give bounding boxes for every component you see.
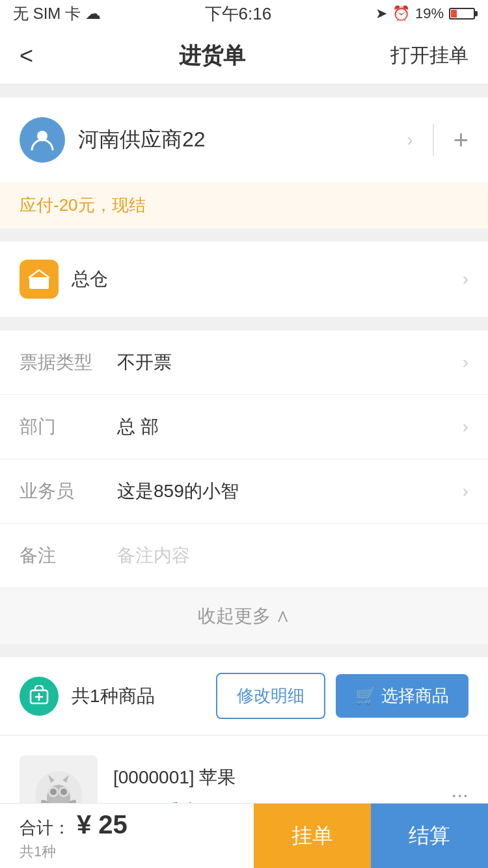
department-row[interactable]: 部门 总 部 › xyxy=(0,395,488,459)
salesperson-row[interactable]: 业务员 这是859的小智 › xyxy=(0,459,488,524)
warehouse-icon xyxy=(20,260,59,299)
salesperson-label: 业务员 xyxy=(20,479,117,504)
back-button[interactable]: < xyxy=(20,42,33,70)
total-label: 合计： xyxy=(20,817,70,839)
product-header: 共1种商品 修改明细 🛒 选择商品 xyxy=(0,657,488,735)
svg-point-7 xyxy=(50,789,57,795)
status-left: 无 SIM 卡 ☁ xyxy=(13,3,101,24)
form-section: 票据类型 不开票 › 部门 总 部 › 业务员 这是859的小智 › 备注 备注… xyxy=(0,331,488,588)
invoice-type-value: 不开票 xyxy=(117,350,463,375)
supplier-row[interactable]: 河南供应商22 › + xyxy=(0,98,488,182)
product-title: 苹果 xyxy=(199,767,236,787)
svg-point-8 xyxy=(61,789,67,795)
product-code: [0000001] xyxy=(113,767,195,787)
alarm-icon: ⏰ xyxy=(392,5,410,22)
supplier-divider xyxy=(433,124,434,156)
battery-percent: 19% xyxy=(415,5,444,22)
invoice-type-row[interactable]: 票据类型 不开票 › xyxy=(0,331,488,395)
warehouse-chevron-icon: › xyxy=(463,269,468,290)
add-supplier-button[interactable]: + xyxy=(454,126,468,155)
invoice-type-chevron-icon: › xyxy=(463,352,468,373)
department-value: 总 部 xyxy=(117,414,463,439)
open-hang-button[interactable]: 打开挂单 xyxy=(390,42,468,69)
invoice-type-label: 票据类型 xyxy=(20,350,117,375)
warehouse-row[interactable]: 总仓 › xyxy=(0,241,488,318)
location-icon: ➤ xyxy=(375,5,387,22)
product-count-icon xyxy=(20,677,59,716)
warehouse-section: 总仓 › xyxy=(0,241,488,318)
supplier-section: 河南供应商22 › + 应付-20元，现结 xyxy=(0,98,488,228)
status-bar: 无 SIM 卡 ☁ 下午6:16 ➤ ⏰ 19% xyxy=(0,0,488,27)
page-title: 进货单 xyxy=(179,41,245,71)
sim-status: 无 SIM 卡 ☁ xyxy=(13,3,101,24)
total-amount: ¥ 25 xyxy=(77,810,128,839)
hang-button[interactable]: 挂单 xyxy=(254,804,371,869)
supplier-name: 河南供应商22 xyxy=(78,126,407,154)
footer: 合计： ¥ 25 共1种 挂单 结算 xyxy=(0,803,488,868)
warehouse-name: 总仓 xyxy=(72,267,463,292)
remark-label: 备注 xyxy=(20,543,117,568)
status-time: 下午6:16 xyxy=(205,3,272,25)
product-section: 共1种商品 修改明细 🛒 选择商品 xyxy=(0,657,488,735)
supplier-alert: 应付-20元，现结 xyxy=(0,182,488,228)
select-product-button[interactable]: 🛒 选择商品 xyxy=(336,674,468,718)
salesperson-chevron-icon: › xyxy=(463,481,468,502)
department-label: 部门 xyxy=(20,414,117,439)
battery-icon xyxy=(449,8,475,20)
product-count-text: 共1种商品 xyxy=(72,684,216,709)
status-right: ➤ ⏰ 19% xyxy=(375,5,475,22)
remark-row[interactable]: 备注 备注内容 xyxy=(0,524,488,588)
svg-rect-1 xyxy=(29,277,49,289)
total-count: 共1种 xyxy=(20,842,234,861)
product-name: [0000001] 苹果 xyxy=(113,765,451,790)
department-chevron-icon: › xyxy=(463,416,468,437)
supplier-chevron-icon: › xyxy=(407,129,413,150)
collapse-button[interactable]: 收起更多 ∧ xyxy=(0,588,488,644)
footer-total-row: 合计： ¥ 25 xyxy=(20,810,234,839)
remark-placeholder: 备注内容 xyxy=(117,543,468,568)
pay-button[interactable]: 结算 xyxy=(371,804,488,869)
salesperson-value: 这是859的小智 xyxy=(117,479,463,504)
supplier-avatar xyxy=(20,117,65,163)
footer-total: 合计： ¥ 25 共1种 xyxy=(0,810,254,861)
cart-icon: 🛒 xyxy=(355,686,376,706)
edit-detail-button[interactable]: 修改明细 xyxy=(216,673,325,719)
nav-bar: < 进货单 打开挂单 xyxy=(0,27,488,85)
